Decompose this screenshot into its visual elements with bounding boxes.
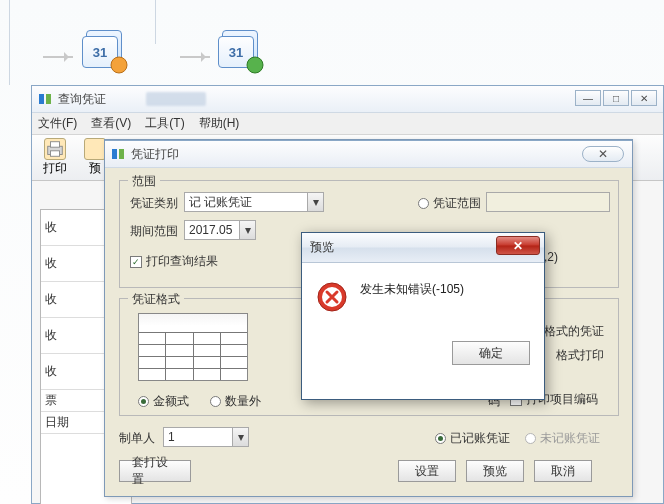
close-button[interactable]: ✕ [582,146,624,162]
arrow-deco-2 [180,56,210,58]
amount-label: 金额式 [153,393,189,410]
scope-legend: 范围 [128,173,160,190]
range-radio[interactable]: 凭证范围 [418,195,481,212]
divider [155,0,156,44]
print-query-label: 打印查询结果 [146,253,218,270]
app-icon [38,92,52,106]
unposted-label: 未记账凭证 [540,430,600,447]
checkbox-icon: ✓ [130,256,142,268]
close-button[interactable]: ✕ [631,90,657,106]
error-message: 发生未知错误(-105) [360,281,464,298]
cancel-button[interactable]: 取消 [534,460,592,482]
maker-value: 1 [164,430,232,444]
svg-rect-5 [50,142,59,147]
svg-rect-2 [39,94,44,104]
menu-view[interactable]: 查看(V) [91,115,131,132]
type-combo-value: 记 记账凭证 [185,194,307,211]
svg-rect-3 [46,94,51,104]
svg-rect-6 [50,151,59,156]
radio-icon [138,396,149,407]
window-title: 查询凭证 [58,91,106,108]
format-legend: 凭证格式 [128,291,184,308]
badge-orange-icon [110,56,128,74]
template-settings-button[interactable]: 套打设置 [119,460,191,482]
period-combo[interactable]: 2017.05 ▾ [184,220,256,240]
posted-radio[interactable]: 已记账凭证 [435,430,510,447]
unposted-radio[interactable]: 未记账凭证 [525,430,600,447]
svg-point-1 [247,57,263,73]
radio-icon [525,433,536,444]
maker-label: 制单人 [119,430,155,447]
error-icon [316,281,348,313]
chevron-down-icon: ▾ [307,193,323,211]
printer-icon [44,138,66,160]
type-label: 凭证类别 [130,195,178,212]
fmt-line1: 格式的凭证 [544,323,604,340]
error-title-bar[interactable]: 预览 ✕ [302,233,544,263]
app-icon [111,147,125,161]
menu-file[interactable]: 文件(F) [38,115,77,132]
print-query-check[interactable]: ✓ 打印查询结果 [130,253,218,270]
title-bar[interactable]: 查询凭证 — □ ✕ [32,85,663,113]
toolbar-print-label: 打印 [43,160,67,177]
radio-icon [418,198,429,209]
svg-rect-8 [119,149,124,159]
range-radio-label: 凭证范围 [433,195,481,212]
amount-radio[interactable]: 金额式 [138,393,189,410]
preview-button[interactable]: 预览 [466,460,524,482]
divider [9,0,10,85]
window-title: 凭证打印 [131,146,179,163]
blurred-text [146,92,206,106]
period-value: 2017.05 [185,223,239,237]
settings-button[interactable]: 设置 [398,460,456,482]
radio-icon [210,396,221,407]
minimize-button[interactable]: — [575,90,601,106]
error-title: 预览 [310,239,334,256]
chevron-down-icon: ▾ [232,428,248,446]
calendar-icon-1[interactable]: 31 [82,30,126,72]
maker-combo[interactable]: 1 ▾ [163,427,249,447]
posted-label: 已记账凭证 [450,430,510,447]
qty-label: 数量外 [225,393,261,410]
period-label: 期间范围 [130,223,178,240]
title-bar[interactable]: 凭证打印 ✕ [105,140,632,168]
radio-icon [435,433,446,444]
qty-radio[interactable]: 数量外 [210,393,261,410]
chevron-down-icon: ▾ [239,221,255,239]
fmt-line2: 格式打印 [556,347,604,364]
menu-bar: 文件(F) 查看(V) 工具(T) 帮助(H) [32,113,663,135]
grid-preview [138,313,248,381]
arrow-deco-1 [43,56,73,58]
type-combo[interactable]: 记 记账凭证 ▾ [184,192,324,212]
svg-point-0 [111,57,127,73]
badge-green-icon [246,56,264,74]
toolbar-print-button[interactable]: 打印 [38,138,72,178]
menu-tools[interactable]: 工具(T) [145,115,184,132]
range-input[interactable] [486,192,610,212]
ok-button[interactable]: 确定 [452,341,530,365]
error-dialog: 预览 ✕ 发生未知错误(-105) 确定 [301,232,545,400]
close-button[interactable]: ✕ [496,236,540,255]
menu-help[interactable]: 帮助(H) [199,115,240,132]
maximize-button[interactable]: □ [603,90,629,106]
calendar-icon-2[interactable]: 31 [218,30,262,72]
toolbar-preview-label: 预 [89,160,101,177]
svg-rect-7 [112,149,117,159]
desktop: 31 31 查询凭证 — □ ✕ 文件(F) 查看(V) 工具(T) 帮助(H) [0,0,664,504]
